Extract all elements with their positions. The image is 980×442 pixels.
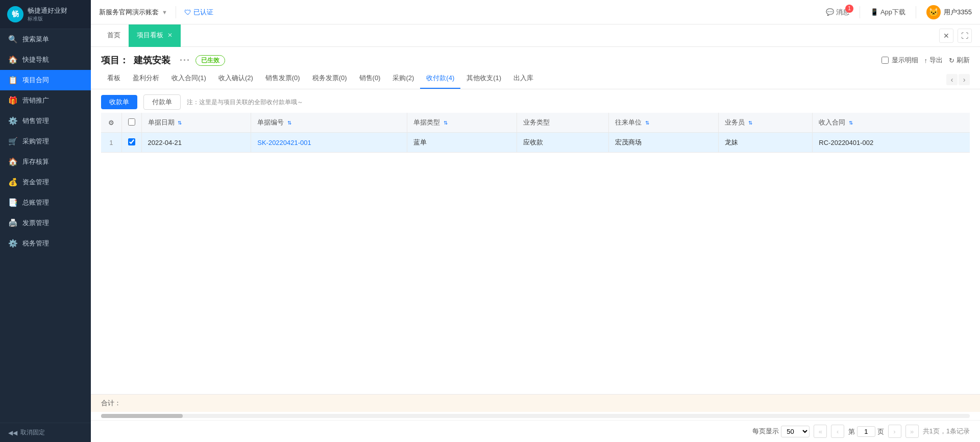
more-options-icon[interactable]: ··· <box>180 55 190 66</box>
topbar-account[interactable]: 新服务官网演示账套 ▼ <box>99 8 167 17</box>
sidebar-item-tax[interactable]: ⚙️ 税务管理 <box>0 233 91 254</box>
sidebar-item-ledger[interactable]: 📑 总账管理 <box>0 192 91 213</box>
per-page-dropdown[interactable]: 50 100 200 <box>781 426 810 437</box>
pagination: 每页显示 50 100 200 « ‹ 第 页 › <box>91 420 980 442</box>
topbar-divider2 <box>860 6 860 18</box>
gear-icon: ⚙ <box>108 119 114 127</box>
sub-tab-sales-invoice[interactable]: 销售发票(0) <box>259 70 306 89</box>
th-biz-type-label: 业务类型 <box>523 118 550 126</box>
sidebar-item-marketing[interactable]: 🎁 营销推广 <box>0 90 91 111</box>
table-body: 1 2022-04-21 SK-20220421-001 蓝单 <box>101 133 970 153</box>
sidebar-item-label: 总账管理 <box>22 198 49 207</box>
table-row[interactable]: 1 2022-04-21 SK-20220421-001 蓝单 <box>101 133 970 153</box>
refresh-button[interactable]: ↻ 刷新 <box>949 56 970 65</box>
th-date[interactable]: 单据日期 ⇅ <box>141 113 251 133</box>
invoice-icon: 🖨️ <box>8 218 17 228</box>
sub-tab-profit[interactable]: 盈利分析 <box>127 70 165 89</box>
prev-page-btn[interactable]: ‹ <box>831 425 844 438</box>
inventory-icon: 🏠 <box>8 157 17 166</box>
topbar-cert-status: 🛡 已认证 <box>184 8 213 17</box>
sidebar-item-search[interactable]: 🔍 搜索菜单 <box>0 29 91 50</box>
refresh-icon: ↻ <box>949 57 954 64</box>
sidebar-item-label: 资金管理 <box>22 178 49 187</box>
th-number[interactable]: 单据编号 ⇅ <box>251 113 407 133</box>
sidebar-item-label: 营销推广 <box>22 96 49 105</box>
scroll-bar-thumb[interactable] <box>101 414 183 418</box>
project-header-actions: 显示明细 ↑ 导出 ↻ 刷新 <box>881 56 970 65</box>
tab-maximize-btn[interactable]: ⛶ <box>958 29 972 43</box>
home-icon: 🏠 <box>8 55 17 64</box>
select-all-checkbox[interactable] <box>128 118 135 126</box>
sub-tab-receipt-label: 收付款(4) <box>426 74 454 82</box>
sidebar-item-label: 税务管理 <box>22 239 49 248</box>
sub-tab-receipt[interactable]: 收付款(4) <box>420 70 460 89</box>
payment-btn[interactable]: 付款单 <box>143 94 181 110</box>
sidebar-item-label: 采购管理 <box>22 137 49 146</box>
sub-tab-sales[interactable]: 销售(0) <box>353 70 387 89</box>
sub-tab-sales-label: 销售(0) <box>359 74 381 82</box>
sub-tab-income-confirm[interactable]: 收入确认(2) <box>212 70 259 89</box>
tab-close-window-btn[interactable]: ✕ <box>939 29 953 43</box>
fund-icon: 💰 <box>8 178 17 187</box>
sub-tab-kanban[interactable]: 看板 <box>101 70 127 89</box>
tab-project-board[interactable]: 项目看板 ✕ <box>129 24 181 47</box>
sub-tab-income-contract[interactable]: 收入合同(1) <box>165 70 212 89</box>
topbar-divider3 <box>916 6 916 18</box>
per-page-label: 每页显示 <box>752 427 779 436</box>
sub-tab-inout[interactable]: 出入库 <box>507 70 540 89</box>
next-page-btn[interactable]: › <box>888 425 901 438</box>
th-contract[interactable]: 收入合同 ⇅ <box>813 113 970 133</box>
sidebar-item-label: 发票管理 <box>22 218 49 228</box>
sub-tab-next-btn[interactable]: › <box>959 74 970 85</box>
first-page-btn[interactable]: « <box>814 425 827 438</box>
sidebar-item-contract[interactable]: 📋 项目合同 <box>0 70 91 90</box>
project-name: 建筑安装 <box>134 54 170 66</box>
sub-tab-tax-invoice[interactable]: 税务发票(0) <box>306 70 353 89</box>
sidebar-item-sales[interactable]: ⚙️ 销售管理 <box>0 111 91 131</box>
receipt-note: 注：这里是与项目关联的全部收付款单哦～ <box>187 98 303 107</box>
tab-home[interactable]: 首页 <box>99 24 129 47</box>
th-type[interactable]: 单据类型 ⇅ <box>407 113 517 133</box>
row-checkbox[interactable] <box>128 138 135 145</box>
phone-icon: 📱 <box>870 8 878 16</box>
unpin-icon: ◀◀ <box>8 429 17 436</box>
sidebar-item-quicknav[interactable]: 🏠 快捷导航 <box>0 50 91 70</box>
last-page-btn[interactable]: » <box>905 425 919 438</box>
export-button[interactable]: ↑ 导出 <box>924 56 943 65</box>
sub-tab-purchase[interactable]: 采购(2) <box>386 70 420 89</box>
topbar-message[interactable]: 💬 消息 1 <box>826 8 849 17</box>
first-page-icon: « <box>819 428 822 435</box>
receipt-panel: 收款单 付款单 注：这里是与项目关联的全部收付款单哦～ <box>91 89 980 113</box>
show-detail-checkbox[interactable] <box>881 57 889 64</box>
page-number-input[interactable] <box>857 426 875 437</box>
export-icon: ↑ <box>924 57 928 64</box>
sidebar-unpin[interactable]: ◀◀ 取消固定 <box>0 423 91 442</box>
th-partner[interactable]: 往来单位 ⇅ <box>609 113 719 133</box>
sidebar-item-inventory[interactable]: 🏠 库存核算 <box>0 152 91 172</box>
app-name: 畅捷通好业财 <box>28 6 67 15</box>
topbar-user[interactable]: 🐱 用户3355 <box>926 5 972 19</box>
topbar-divider <box>176 6 176 18</box>
topbar-app-download[interactable]: 📱 App下载 <box>870 8 905 17</box>
sidebar-item-purchase[interactable]: 🛒 采购管理 <box>0 131 91 152</box>
topbar-right: 💬 消息 1 📱 App下载 🐱 用户3355 <box>826 5 972 19</box>
th-salesman[interactable]: 业务员 ⇅ <box>719 113 813 133</box>
sub-tab-prev-btn[interactable]: ‹ <box>946 74 958 85</box>
number-link[interactable]: SK-20220421-001 <box>257 139 311 146</box>
sub-tab-other-income[interactable]: 其他收支(1) <box>460 70 507 89</box>
sidebar-item-label: 库存核算 <box>22 157 49 166</box>
th-settings[interactable]: ⚙ <box>101 113 121 133</box>
show-detail-toggle[interactable]: 显示明细 <box>881 56 918 65</box>
tab-close-icon[interactable]: ✕ <box>167 32 173 39</box>
sub-tab-inout-label: 出入库 <box>513 74 533 82</box>
page-per-select: 每页显示 50 100 200 <box>752 426 810 437</box>
scroll-bar-track[interactable] <box>101 414 970 418</box>
sidebar-item-invoice[interactable]: 🖨️ 发票管理 <box>0 213 91 233</box>
prev-page-icon: ‹ <box>837 428 839 435</box>
th-number-label: 单据编号 <box>257 118 284 126</box>
page-label: 第 <box>848 428 855 435</box>
app-download-label: App下载 <box>880 8 905 17</box>
table-header-row: ⚙ 单据日期 ⇅ 单据编号 ⇅ <box>101 113 970 133</box>
receipt-btn[interactable]: 收款单 <box>101 95 137 109</box>
sidebar-item-fund[interactable]: 💰 资金管理 <box>0 172 91 192</box>
